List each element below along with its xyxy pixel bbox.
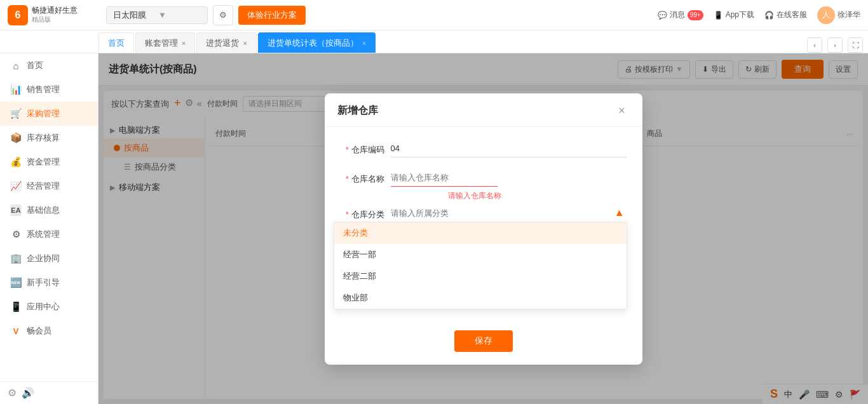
main-layout: ⌂ 首页 📊 销售管理 🛒 采购管理 📦 库存核算 💰 资金管理 📈 经营管理 … <box>0 53 868 404</box>
sidebar-item-basic[interactable]: EA 基础信息 <box>0 198 98 222</box>
tab-home[interactable]: 首页 <box>98 32 134 53</box>
name-input[interactable] <box>391 169 498 187</box>
sidebar-bottom: ⚙ 🔊 <box>0 381 98 404</box>
tab-purchase-stats[interactable]: 进货单统计表（按商品） × <box>258 32 376 53</box>
name-error-msg: 请输入仓库名称 <box>448 191 501 201</box>
sales-icon: 📊 <box>10 84 22 95</box>
operations-icon: 📈 <box>10 180 22 192</box>
sidebar: ⌂ 首页 📊 销售管理 🛒 采购管理 📦 库存核算 💰 资金管理 📈 经营管理 … <box>0 53 98 404</box>
code-label: 仓库编码 <box>340 140 391 156</box>
message-button[interactable]: 💬 消息 99+ <box>658 10 703 20</box>
save-button[interactable]: 保存 <box>454 330 513 352</box>
finance-icon: 💰 <box>10 156 22 168</box>
logo-icon: 6 <box>8 5 28 25</box>
inventory-icon: 📦 <box>10 132 22 144</box>
guide-icon: 🆕 <box>10 277 22 288</box>
name-input-wrap: 请输入仓库名称 <box>391 169 627 187</box>
dropdown-item-property[interactable]: 物业部 <box>334 287 627 309</box>
category-field: 仓库分类 ▲ 未分类 经营一部 经营二部 物业部 <box>340 205 627 222</box>
tab-left-scroll[interactable]: ‹ <box>807 37 822 53</box>
logo-sub: 精品版 <box>32 15 78 24</box>
sidebar-item-apps[interactable]: 📱 应用中心 <box>0 295 98 319</box>
sidebar-item-inventory[interactable]: 📦 库存核算 <box>0 126 98 150</box>
gear-bottom-icon[interactable]: ⚙ <box>8 387 17 399</box>
online-service-button[interactable]: 🎧 在线客服 <box>764 10 807 20</box>
category-input[interactable] <box>391 205 627 222</box>
try-solution-button[interactable]: 体验行业方案 <box>238 6 306 25</box>
system-icon: ⚙ <box>10 229 22 240</box>
modal-footer: 保存 <box>325 330 642 352</box>
sidebar-item-member[interactable]: V 畅会员 <box>0 319 98 343</box>
sidebar-item-enterprise[interactable]: 🏢 企业协同 <box>0 246 98 271</box>
sidebar-item-home[interactable]: ⌂ 首页 <box>0 53 98 77</box>
logo-area: 6 畅捷通好生意 精品版 <box>8 5 106 25</box>
top-right-area: 💬 消息 99+ 📱 App下载 🎧 在线客服 人 徐泽华 <box>658 6 860 24</box>
message-badge: 99+ <box>688 10 703 20</box>
code-field: 仓库编码 <box>340 140 627 158</box>
sidebar-item-operations[interactable]: 📈 经营管理 <box>0 174 98 198</box>
avatar: 人 <box>817 6 835 24</box>
sound-icon[interactable]: 🔊 <box>22 387 34 399</box>
app-download-button[interactable]: 📱 App下载 <box>714 10 754 20</box>
tab-purchase-return[interactable]: 进货退货 × <box>196 32 256 53</box>
home-icon: ⌂ <box>10 60 22 71</box>
modal-overlay: 新增仓库 × 仓库编码 仓库名称 <box>98 53 868 404</box>
category-dropdown-arrow[interactable]: ▲ <box>614 207 625 219</box>
modal-header: 新增仓库 × <box>325 93 642 127</box>
store-selector[interactable]: 日太阳膜 ▼ <box>106 6 208 24</box>
modal-body: 仓库编码 仓库名称 请输入仓库名称 <box>325 127 642 330</box>
apps-icon: 📱 <box>10 301 22 313</box>
logo-text: 畅捷通好生意 <box>32 6 78 16</box>
enterprise-icon: 🏢 <box>10 253 22 264</box>
modal-title: 新增仓库 <box>337 104 378 118</box>
top-bar: 6 畅捷通好生意 精品版 日太阳膜 ▼ ⚙ 体验行业方案 💬 消息 99+ 📱 … <box>0 0 868 30</box>
purchase-icon: 🛒 <box>10 108 22 119</box>
close-tab-accounts[interactable]: × <box>182 39 186 47</box>
category-dropdown: 未分类 经营一部 经营二部 物业部 <box>334 222 627 309</box>
sidebar-item-sales[interactable]: 📊 销售管理 <box>0 77 98 102</box>
message-icon: 💬 <box>658 11 667 20</box>
modal-close-button[interactable]: × <box>614 104 630 119</box>
content-area: 进货单统计(按商品) 🖨 按模板打印 ▼ ⬇ 导出 ↻ 刷新 <box>98 53 868 404</box>
content-wrapper: 进货单统计(按商品) 🖨 按模板打印 ▼ ⬇ 导出 ↻ 刷新 <box>98 53 868 404</box>
tab-right-scroll[interactable]: › <box>827 37 843 53</box>
code-input[interactable] <box>391 140 627 158</box>
sidebar-item-system[interactable]: ⚙ 系统管理 <box>0 222 98 246</box>
name-label: 仓库名称 <box>340 169 391 185</box>
sidebar-item-purchase[interactable]: 🛒 采购管理 <box>0 102 98 126</box>
basic-icon: EA <box>10 205 22 216</box>
tab-accounts[interactable]: 账套管理 × <box>135 32 195 53</box>
user-area[interactable]: 人 徐泽华 <box>817 6 860 24</box>
name-field: 仓库名称 请输入仓库名称 <box>340 169 627 187</box>
store-dropdown-arrow: ▼ <box>158 10 201 20</box>
tab-fullscreen[interactable]: ⛶ <box>848 37 863 53</box>
member-icon: V <box>10 325 22 337</box>
category-label: 仓库分类 <box>340 205 391 220</box>
close-tab-purchase-stats[interactable]: × <box>362 39 366 47</box>
headset-icon: 🎧 <box>764 11 774 20</box>
category-select-wrap: ▲ 未分类 经营一部 经营二部 物业部 <box>391 205 627 222</box>
sidebar-item-guide[interactable]: 🆕 新手引导 <box>0 271 98 295</box>
tab-bar: 首页 账套管理 × 进货退货 × 进货单统计表（按商品） × ‹ › ⛶ <box>0 30 868 53</box>
dropdown-item-uncategorized[interactable]: 未分类 <box>334 222 627 244</box>
new-warehouse-modal: 新增仓库 × 仓库编码 仓库名称 <box>325 93 642 365</box>
sidebar-item-finance[interactable]: 💰 资金管理 <box>0 150 98 174</box>
dropdown-item-dept2[interactable]: 经营二部 <box>334 266 627 287</box>
settings-icon[interactable]: ⚙ <box>213 5 233 25</box>
mobile-icon: 📱 <box>714 11 723 20</box>
close-tab-purchase-return[interactable]: × <box>243 39 247 47</box>
dropdown-item-dept1[interactable]: 经营一部 <box>334 244 627 266</box>
tab-bar-right: ‹ › ⛶ <box>807 37 868 53</box>
